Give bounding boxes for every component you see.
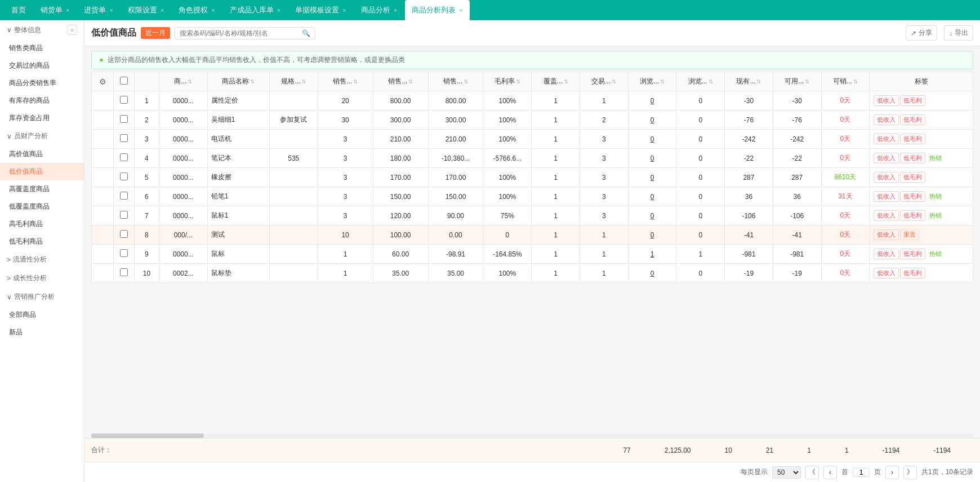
browse-link[interactable]: 0 <box>651 116 654 124</box>
th-profit[interactable]: 毛利率⇅ <box>483 72 532 91</box>
sidebar-item-traded-goods[interactable]: 交易过的商品 <box>0 57 84 74</box>
row-checkbox[interactable] <box>120 268 128 276</box>
sidebar-group-marketing[interactable]: ∨ 营销推广分析 <box>0 288 84 306</box>
th-settings[interactable]: ⚙ <box>92 72 114 91</box>
sidebar-group-overall[interactable]: ∨ 整体信息 « <box>0 20 84 39</box>
td-checkbox[interactable] <box>114 130 135 149</box>
th-trade[interactable]: 交易...⇅ <box>580 72 628 91</box>
page-size-select[interactable]: 50 100 <box>772 466 801 479</box>
browse-link[interactable]: 0 <box>651 269 654 277</box>
browse-link[interactable]: 0 <box>651 231 654 239</box>
export-button[interactable]: ↓ 导出 <box>944 25 973 41</box>
close-icon[interactable]: × <box>109 7 113 14</box>
select-all-checkbox[interactable] <box>120 77 128 85</box>
sidebar-item-high-value[interactable]: 高价值商品 <box>0 145 84 163</box>
td-checkbox[interactable] <box>114 187 135 206</box>
th-stock2[interactable]: 可用...⇅ <box>773 72 821 91</box>
close-icon[interactable]: × <box>161 7 164 14</box>
nav-goods-list[interactable]: 商品分析列表 × <box>405 0 469 20</box>
th-code[interactable]: 商...⇅ <box>159 72 207 91</box>
browse-link[interactable]: 0 <box>651 97 654 105</box>
browse-link[interactable]: 0 <box>651 135 654 143</box>
nav-template[interactable]: 单据模板设置 × <box>288 0 353 20</box>
sidebar-item-low-coverage[interactable]: 低覆盖度商品 <box>0 198 84 215</box>
row-checkbox[interactable] <box>120 173 128 180</box>
close-icon[interactable]: × <box>277 7 280 14</box>
sidebar-item-high-coverage[interactable]: 高覆盖度商品 <box>0 180 84 198</box>
row-checkbox[interactable] <box>120 96 128 104</box>
last-page-btn[interactable]: 》 <box>903 466 917 479</box>
th-sale3[interactable]: 销售...⇅ <box>428 72 483 91</box>
sidebar-item-stock-capital[interactable]: 库存资金占用 <box>0 109 84 127</box>
sidebar-item-low-value[interactable]: 低价值商品 <box>0 163 84 180</box>
row-checkbox[interactable] <box>120 249 128 257</box>
td-num: 3 <box>134 130 159 149</box>
close-icon[interactable]: × <box>394 7 397 14</box>
th-spec[interactable]: 规格...⇅ <box>269 72 318 91</box>
th-checkbox[interactable] <box>114 72 135 91</box>
browse-link[interactable]: 1 <box>651 250 654 258</box>
row-checkbox[interactable] <box>120 134 128 142</box>
nav-purchase[interactable]: 进货单 × <box>77 0 119 20</box>
sidebar-group-circulation[interactable]: > 流通性分析 <box>0 250 84 269</box>
row-checkbox[interactable] <box>120 211 128 219</box>
td-checkbox[interactable] <box>114 149 135 168</box>
nav-sales[interactable]: 销货单 × <box>34 0 76 20</box>
sidebar-item-low-profit[interactable]: 低毛利商品 <box>0 233 84 250</box>
nav-goods-analysis[interactable]: 商品分析 × <box>354 0 404 20</box>
close-icon[interactable]: × <box>66 7 69 14</box>
sidebar-item-category-rate[interactable]: 商品分类销售率 <box>0 74 84 92</box>
th-browse1[interactable]: 浏览...⇅ <box>628 72 676 91</box>
sidebar-collapse-btn[interactable]: « <box>67 25 77 35</box>
th-sale2[interactable]: 销售...⇅ <box>373 72 428 91</box>
row-checkbox[interactable] <box>120 115 128 123</box>
row-checkbox[interactable] <box>120 192 128 200</box>
page-input[interactable] <box>853 468 870 477</box>
nav-home[interactable]: 首页 <box>5 0 33 20</box>
row-checkbox[interactable] <box>120 230 128 238</box>
close-icon[interactable]: × <box>459 7 462 14</box>
sidebar-item-high-profit[interactable]: 高毛利商品 <box>0 215 84 233</box>
nav-role[interactable]: 角色授权 × <box>172 0 221 20</box>
first-page-btn[interactable]: 《 <box>805 466 819 479</box>
td-checkbox[interactable] <box>114 225 135 245</box>
sidebar-group-financial[interactable]: ∨ 员财产分析 <box>0 127 84 145</box>
row-checkbox[interactable] <box>120 153 128 161</box>
td-sale3: 0.00 <box>428 225 483 245</box>
scrollbar-thumb[interactable] <box>91 434 204 438</box>
browse-link[interactable]: 0 <box>651 154 654 162</box>
td-checkbox[interactable] <box>114 264 135 283</box>
th-browse2[interactable]: 浏览...⇅ <box>676 72 725 91</box>
search-icon[interactable]: 🔍 <box>302 29 310 37</box>
sidebar-group-growth[interactable]: > 成长性分析 <box>0 269 84 288</box>
close-icon[interactable]: × <box>211 7 215 14</box>
td-checkbox[interactable] <box>114 206 135 225</box>
sidebar-item-all-goods[interactable]: 全部商品 <box>0 306 84 324</box>
th-stock1[interactable]: 现有...⇅ <box>725 72 773 91</box>
time-badge[interactable]: 近一月 <box>141 27 170 39</box>
th-sale1[interactable]: 销售...⇅ <box>318 72 373 91</box>
th-sellable[interactable]: 可销...⇅ <box>821 72 870 91</box>
search-input[interactable] <box>180 29 300 37</box>
sidebar-item-new-goods[interactable]: 新品 <box>0 324 84 341</box>
browse-link[interactable]: 0 <box>651 212 654 220</box>
settings-icon[interactable]: ⚙ <box>99 77 106 86</box>
sidebar-item-stock-goods[interactable]: 有库存的商品 <box>0 92 84 109</box>
td-checkbox[interactable] <box>114 110 135 130</box>
td-checkbox[interactable] <box>114 168 135 187</box>
sidebar-item-sales-goods[interactable]: 销售类商品 <box>0 39 84 57</box>
td-checkbox[interactable] <box>114 245 135 264</box>
close-icon[interactable]: × <box>342 7 346 14</box>
nav-product[interactable]: 产成品入库单 × <box>223 0 287 20</box>
table-wrapper[interactable]: ⚙ 商...⇅ 商品名称⇅ 规格...⇅ 销售...⇅ 销售...⇅ 销售...… <box>84 72 980 434</box>
th-cover[interactable]: 覆盖...⇅ <box>532 72 580 91</box>
next-page-btn[interactable]: › <box>885 466 899 479</box>
share-button[interactable]: ↗ 分享 <box>906 25 937 41</box>
horizontal-scrollbar[interactable] <box>91 434 973 438</box>
th-name[interactable]: 商品名称⇅ <box>207 72 269 91</box>
browse-link[interactable]: 0 <box>651 174 654 182</box>
nav-permission[interactable]: 权限设置 × <box>121 0 171 20</box>
browse-link[interactable]: 0 <box>651 193 654 201</box>
prev-page-btn[interactable]: ‹ <box>823 466 837 479</box>
td-checkbox[interactable] <box>114 91 135 110</box>
